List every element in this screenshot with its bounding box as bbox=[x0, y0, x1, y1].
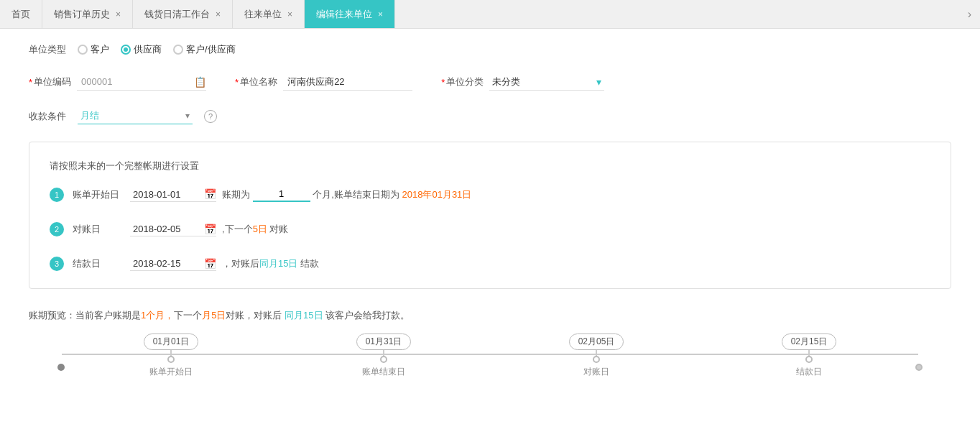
payment-dropdown[interactable]: 月结 ▾ bbox=[78, 108, 193, 124]
calendar-icon-2[interactable]: 📅 bbox=[204, 224, 216, 235]
timeline-badge-4: 02月15日 bbox=[782, 334, 837, 350]
timeline-label-4: 结款日 bbox=[796, 366, 822, 378]
period-day-3: 同月15日 bbox=[259, 258, 297, 269]
preview-prefix: 账期预览：当前客户账期是 bbox=[29, 310, 141, 321]
date-input-3[interactable] bbox=[130, 257, 204, 270]
timeline-connector-3 bbox=[596, 350, 597, 356]
period-num-3: 3 bbox=[50, 257, 64, 271]
main-content: 单位类型 客户 供应商 客户/供应商 * 单位编码 📋 bbox=[0, 29, 980, 437]
radio-customer-label: 客户 bbox=[91, 43, 109, 56]
timeline-connector-2 bbox=[383, 350, 384, 356]
tab-partners-label: 往来单位 bbox=[244, 8, 282, 21]
preview-day: 月5日 bbox=[202, 310, 226, 321]
tab-cash-close[interactable]: × bbox=[216, 10, 221, 19]
period-desc-prefix-3: ，对账后 bbox=[222, 258, 259, 269]
preview-pay: 同月15日 bbox=[285, 310, 323, 321]
preview-after-reconcile: 对账，对账后 bbox=[226, 310, 282, 321]
payment-help-icon[interactable]: ? bbox=[204, 110, 217, 123]
period-suffix-2: 对账 bbox=[269, 224, 288, 234]
tab-bar: 首页 销售订单历史 × 钱货日清工作台 × 往来单位 × 编辑往来单位 × › bbox=[0, 0, 980, 29]
period-field-label-2: 对账日 bbox=[73, 223, 130, 236]
timeline-connector-4 bbox=[808, 350, 810, 356]
payment-value: 月结 bbox=[80, 109, 185, 122]
timeline-badge-2: 01月31日 bbox=[356, 334, 412, 350]
tab-sales-close[interactable]: × bbox=[116, 10, 121, 19]
period-row-2: 2 对账日 📅 ,下一个5日 对账 bbox=[50, 222, 930, 236]
date-input-wrap-2: 📅 bbox=[130, 222, 216, 236]
calendar-icon-1[interactable]: 📅 bbox=[204, 188, 216, 200]
timeline-label-2: 账单结束日 bbox=[362, 366, 405, 378]
timeline-start-circle bbox=[57, 364, 65, 371]
unit-code-input-wrap: 📋 bbox=[77, 73, 206, 91]
radio-customer[interactable]: 客户 bbox=[78, 43, 109, 56]
unit-classify-star: * bbox=[441, 77, 445, 88]
radio-both-circle bbox=[173, 45, 183, 55]
tab-sales-label: 销售订单历史 bbox=[54, 8, 110, 21]
tab-cash-label: 钱货日清工作台 bbox=[144, 8, 210, 21]
tab-sales-history[interactable]: 销售订单历史 × bbox=[42, 0, 133, 28]
tab-edit-partner[interactable]: 编辑往来单位 × bbox=[305, 0, 395, 28]
timeline-label-1: 账单开始日 bbox=[149, 366, 193, 378]
unit-name-input[interactable] bbox=[283, 73, 412, 91]
period-desc-prefix-2: ,下一个 bbox=[222, 224, 253, 234]
date-input-wrap-3: 📅 bbox=[130, 257, 216, 271]
period-num-2: 2 bbox=[50, 222, 64, 236]
unit-name-label: 单位名称 bbox=[240, 75, 277, 88]
unit-code-star: * bbox=[29, 77, 32, 88]
unit-classify-dropdown[interactable]: 未分类 ▾ bbox=[489, 74, 604, 91]
tab-partners[interactable]: 往来单位 × bbox=[233, 0, 305, 28]
period-row-3: 3 结款日 📅 ，对账后同月15日 结款 bbox=[50, 257, 930, 271]
unit-code-input[interactable] bbox=[77, 73, 194, 90]
timeline-dot-4 bbox=[805, 356, 813, 363]
timeline-connector-1 bbox=[170, 350, 172, 356]
timeline-dot-3 bbox=[593, 356, 600, 363]
timeline-node-3: 02月05日 对账日 bbox=[490, 334, 703, 378]
unit-type-radio-group: 客户 供应商 客户/供应商 bbox=[78, 43, 236, 56]
unit-code-group: * 单位编码 📋 bbox=[29, 73, 206, 91]
timeline-end-circle bbox=[915, 364, 923, 371]
payment-chevron-icon: ▾ bbox=[185, 111, 190, 121]
date-input-2[interactable] bbox=[130, 222, 204, 236]
timeline-end-dot bbox=[915, 341, 923, 371]
period-end-date: 2018年01月31日 bbox=[402, 189, 472, 200]
preview-middle: 下一个 bbox=[174, 310, 202, 321]
unit-info-row: * 单位编码 📋 * 单位名称 * 单位分类 未分类 ▾ bbox=[29, 73, 951, 91]
unit-classify-chevron-icon: ▾ bbox=[596, 76, 601, 88]
radio-supplier-label: 供应商 bbox=[134, 43, 162, 56]
radio-both[interactable]: 客户/供应商 bbox=[173, 43, 236, 56]
unit-code-copy-icon[interactable]: 📋 bbox=[194, 76, 206, 88]
timeline: 01月01日 账单开始日 01月31日 账单结束日 02月05日 对账日 bbox=[57, 334, 923, 378]
unit-classify-group: * 单位分类 未分类 ▾ bbox=[441, 74, 604, 91]
tab-cash-work[interactable]: 钱货日清工作台 × bbox=[133, 0, 233, 28]
period-desc-prefix-1: 账期为 bbox=[222, 189, 250, 200]
date-input-1[interactable] bbox=[130, 188, 204, 201]
tab-partners-close[interactable]: × bbox=[287, 10, 292, 19]
tab-edit-label: 编辑往来单位 bbox=[316, 8, 372, 21]
period-day-2: 5日 bbox=[253, 224, 267, 234]
period-months-input[interactable] bbox=[253, 187, 310, 202]
preview-period: 1个月， bbox=[141, 310, 174, 321]
payment-label: 收款条件 bbox=[29, 110, 66, 123]
date-input-wrap-1: 📅 bbox=[130, 188, 216, 202]
tab-more-button[interactable]: › bbox=[959, 0, 980, 28]
calendar-icon-3[interactable]: 📅 bbox=[204, 258, 216, 270]
period-field-label-3: 结款日 bbox=[73, 257, 130, 270]
timeline-label-3: 对账日 bbox=[583, 366, 609, 378]
timeline-node-1: 01月01日 账单开始日 bbox=[65, 334, 277, 378]
timeline-start-dot bbox=[57, 341, 65, 371]
radio-customer-circle bbox=[78, 45, 88, 55]
unit-name-group: * 单位名称 bbox=[235, 73, 412, 91]
unit-type-row: 单位类型 客户 供应商 客户/供应商 bbox=[29, 43, 951, 56]
period-desc-3: ，对账后同月15日 结款 bbox=[222, 257, 319, 270]
preview-row: 账期预览：当前客户账期是1个月，下一个月5日对账，对账后 同月15日 该客户会给… bbox=[29, 300, 951, 322]
timeline-container: 01月01日 账单开始日 01月31日 账单结束日 02月05日 对账日 bbox=[29, 334, 951, 378]
preview-suffix: 该客户会给我打款。 bbox=[325, 310, 410, 321]
radio-supplier-circle bbox=[121, 45, 131, 55]
timeline-badge-1: 01月01日 bbox=[144, 334, 199, 350]
period-section: 请按照未来的一个完整帐期进行设置 1 账单开始日 📅 账期为 个月,账单结束日期… bbox=[29, 142, 951, 289]
tab-home[interactable]: 首页 bbox=[0, 0, 42, 28]
period-field-label-1: 账单开始日 bbox=[73, 188, 130, 201]
payment-row: 收款条件 月结 ▾ ? bbox=[29, 108, 951, 124]
radio-supplier[interactable]: 供应商 bbox=[121, 43, 162, 56]
tab-edit-close[interactable]: × bbox=[378, 10, 383, 19]
